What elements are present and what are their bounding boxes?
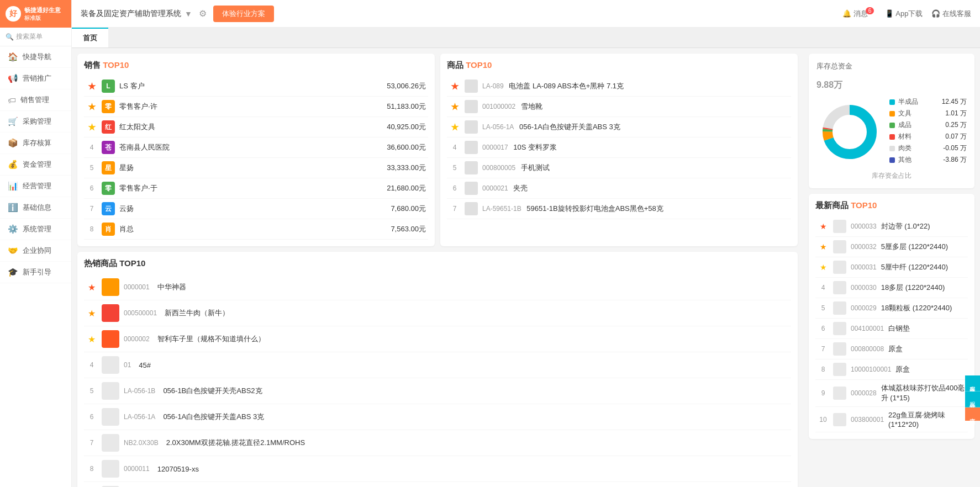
rank-name: 苍南县人民医院 xyxy=(119,142,382,152)
rank-badge: 星 xyxy=(102,161,115,174)
sidebar-item-operation[interactable]: 📊 经营管理 xyxy=(0,176,71,197)
rank-value: 53,006.26元 xyxy=(387,81,426,91)
sidebar-item-stock[interactable]: 📦 库存核算 xyxy=(0,133,71,154)
product-code: 0000032 xyxy=(851,243,877,251)
product-code: 000500001 xyxy=(124,309,157,317)
product-name: 2.0X30MM双搓花轴.搓花直径2.1MM/ROHS xyxy=(166,438,305,448)
rank-number: ★ xyxy=(86,334,97,345)
main-content: 销售 TOP10 ★ L LS 客户 53,006.26元 ★ 零 零售客户·许… xyxy=(72,48,803,487)
product-img xyxy=(465,80,478,93)
sidebar-item-finance[interactable]: 💰 资金管理 xyxy=(0,154,71,176)
product-img xyxy=(465,141,478,154)
product-image-placeholder xyxy=(102,408,119,426)
rank-badge: L xyxy=(102,80,115,93)
sidebar-item-guide[interactable]: 🎓 新手引导 xyxy=(0,262,71,283)
app-download-link[interactable]: 📱 App下载 xyxy=(885,9,923,19)
inventory-value: 9.88万 xyxy=(816,75,842,91)
product-img xyxy=(465,202,478,215)
messages-link[interactable]: 🔔 消息6 xyxy=(842,9,876,19)
rank-number: 5 xyxy=(449,164,460,172)
sidebar-item-info[interactable]: ℹ️ 基础信息 xyxy=(0,197,71,219)
trial-button[interactable]: 体验行业方案 xyxy=(213,6,274,22)
rank-number: ★ xyxy=(86,81,97,92)
guide-icon: 🎓 xyxy=(8,267,18,277)
rank-number: 8 xyxy=(86,225,97,233)
product-info: LA-089 电池盖 LA-089 ABS本色+黑种 7.1克 xyxy=(482,81,789,91)
rank-badge: 苍 xyxy=(102,141,115,154)
legend-value: 12.45 万 xyxy=(942,97,967,107)
product-name: 22g鱼豆腐·烧烤味 (1*12*20) xyxy=(888,410,966,428)
rank-number: 7 xyxy=(86,205,97,213)
donut-chart xyxy=(816,99,883,165)
settings-icon[interactable]: ⚙ xyxy=(199,8,207,19)
legend-color xyxy=(889,146,895,151)
hot-products-card: 热销商品 TOP10 ★ 0000001 中华神器 ★ 000500001 新西… xyxy=(77,252,798,487)
rank-number: 6 xyxy=(818,325,829,332)
product-info: 001000002 雪地靴 xyxy=(482,102,789,112)
product-code: 0000030 xyxy=(851,284,877,292)
legend-label: 文具 xyxy=(898,109,942,118)
list-item: 9 KK-SD22110H 花语萌恒温分娩裤袜（厚款） xyxy=(84,482,791,487)
float-customer-service[interactable]: 客服热线 xyxy=(965,375,980,391)
sidebar-item-system[interactable]: ⚙️ 系统管理 xyxy=(0,219,71,240)
product-name: 5厘中纤 (1220*2440) xyxy=(881,262,948,272)
list-item: 8 肖 肖总 7,563.00元 xyxy=(84,219,428,240)
list-item: ★ LA-089 电池盖 LA-089 ABS本色+黑种 7.1克 xyxy=(447,76,791,97)
topbar-right: 🔔 消息6 📱 App下载 🎧 在线客服 xyxy=(842,9,971,19)
search-menu[interactable]: 🔍 搜索菜单 xyxy=(0,28,71,46)
rank-value: 7,563.00元 xyxy=(391,224,426,234)
legend-label: 其他 xyxy=(898,155,940,165)
sidebar-item-purchase[interactable]: 🛒 采购管理 xyxy=(0,111,71,133)
product-img xyxy=(833,240,846,253)
product-name: 中华神器 xyxy=(157,282,186,292)
list-item: 6 004100001 白钢垫 xyxy=(815,319,968,339)
collab-icon: 🤝 xyxy=(8,246,18,256)
product-code: 10000100001 xyxy=(851,366,891,373)
rank-number: 7 xyxy=(818,345,829,353)
sidebar-item-sales[interactable]: 🏷 销售管理 xyxy=(0,89,71,111)
main-area: 装备及固定资产辅助管理系统 ▼ ⚙ 体验行业方案 🔔 消息6 📱 App下载 🎧… xyxy=(72,0,980,487)
rank-number: ★ xyxy=(818,263,829,272)
float-live[interactable]: 直播 xyxy=(965,407,980,421)
rank-number: 6 xyxy=(86,413,97,421)
rank-number: 4 xyxy=(86,361,97,369)
inventory-label: 库存总资金 xyxy=(816,61,852,71)
product-name: 原盒 xyxy=(895,364,910,374)
rank-number: ★ xyxy=(818,222,829,231)
product-code: 003800001 xyxy=(851,416,884,424)
online-service-link[interactable]: 🎧 在线客服 xyxy=(931,9,971,19)
rank-badge: 肖 xyxy=(102,223,115,236)
product-code: 0000029 xyxy=(851,304,877,312)
rank-value: 40,925.00元 xyxy=(387,122,426,132)
product-img xyxy=(465,161,478,174)
rank-number: 4 xyxy=(86,144,97,151)
rank-name: 云扬 xyxy=(119,204,386,214)
list-item: 8 10000100001 原盒 xyxy=(815,359,968,380)
rank-number: 7 xyxy=(449,205,460,213)
product-info: LA-59651-1B 59651-1B旋转投影灯电池盒ABS黑色+58克 xyxy=(482,204,789,214)
float-community[interactable]: 服务社区 xyxy=(965,391,980,407)
legend-item: 材料 0.07 万 xyxy=(889,132,967,141)
tab-home[interactable]: 首页 xyxy=(72,28,108,47)
rank-badge: 零 xyxy=(102,100,115,113)
right-panel: 库存总资金 9.88万 xyxy=(803,48,980,487)
legend-value: -3.86 万 xyxy=(943,155,967,165)
sidebar-item-collab[interactable]: 🤝 企业协同 xyxy=(0,240,71,262)
rank-value: 36,600.00元 xyxy=(387,142,426,152)
product-img xyxy=(833,413,846,426)
customer-rank-title: 销售 TOP10 xyxy=(84,60,428,71)
rank-value: 21,680.00元 xyxy=(387,183,426,193)
page-tabs: 首页 xyxy=(72,28,980,48)
rank-value: 33,333.00元 xyxy=(387,163,426,173)
chevron-down-icon[interactable]: ▼ xyxy=(185,9,192,18)
sidebar-item-marketing[interactable]: 📢 营销推广 xyxy=(0,68,71,89)
product-img xyxy=(833,281,846,294)
product-info: 000800005 手机测试 xyxy=(482,163,789,173)
rank-value: 7,680.00元 xyxy=(391,204,426,214)
product-image-placeholder xyxy=(102,382,119,400)
sidebar-item-quicknav[interactable]: 🏠 快捷导航 xyxy=(0,46,71,68)
rank-name: 星扬 xyxy=(119,163,382,173)
rank-number: ★ xyxy=(449,81,460,92)
list-item: 6 零 零售客户·于 21,680.00元 xyxy=(84,178,428,199)
rank-number: ★ xyxy=(449,122,460,133)
